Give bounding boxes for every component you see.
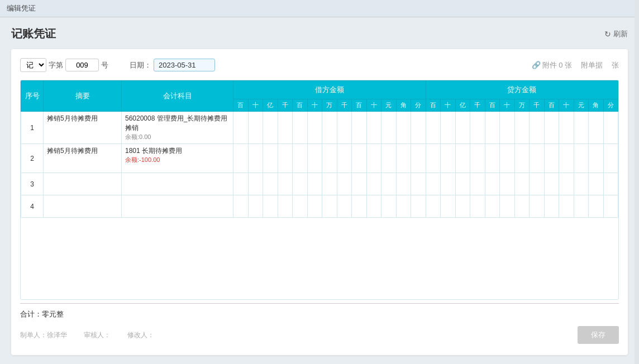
row-1-credit-2[interactable] xyxy=(455,144,470,173)
row-0-credit-7[interactable] xyxy=(530,112,545,144)
row-1-credit-7[interactable] xyxy=(530,144,545,173)
row-1-debit-11[interactable] xyxy=(396,144,411,173)
row-3-credit-6[interactable] xyxy=(514,195,530,218)
row-3-debit-4[interactable] xyxy=(293,195,308,218)
row-2-debit-7[interactable] xyxy=(337,173,352,195)
row-1-debit-5[interactable] xyxy=(307,144,322,173)
row-2-credit-3[interactable] xyxy=(470,173,485,195)
row-0-debit-3[interactable] xyxy=(278,112,293,144)
row-1-debit-7[interactable] xyxy=(337,144,352,173)
row-3-debit-7[interactable] xyxy=(337,195,352,218)
attach-link[interactable]: 🔗 附件 0 张 xyxy=(532,60,572,70)
row-summary-1[interactable]: 摊销5月待摊费用 xyxy=(44,144,122,173)
row-0-credit-5[interactable] xyxy=(500,112,515,144)
row-1-debit-0[interactable] xyxy=(233,144,249,173)
row-3-credit-9[interactable] xyxy=(559,195,574,218)
row-2-credit-8[interactable] xyxy=(544,173,559,195)
row-3-credit-4[interactable] xyxy=(485,195,500,218)
row-2-debit-10[interactable] xyxy=(382,173,397,195)
row-2-credit-7[interactable] xyxy=(530,173,545,195)
row-3-credit-2[interactable] xyxy=(455,195,470,218)
row-2-debit-0[interactable] xyxy=(233,173,249,195)
row-3-credit-8[interactable] xyxy=(544,195,559,218)
row-1-debit-9[interactable] xyxy=(366,144,382,173)
row-0-debit-4[interactable] xyxy=(293,112,308,144)
row-3-credit-3[interactable] xyxy=(470,195,485,218)
row-0-debit-11[interactable] xyxy=(396,112,411,144)
row-2-credit-1[interactable] xyxy=(441,173,456,195)
row-2-debit-8[interactable] xyxy=(352,173,367,195)
row-0-debit-10[interactable] xyxy=(382,112,397,144)
row-1-credit-0[interactable] xyxy=(426,144,441,173)
row-0-credit-11[interactable] xyxy=(589,112,604,144)
row-3-credit-11[interactable] xyxy=(589,195,604,218)
row-1-credit-12[interactable] xyxy=(603,144,618,173)
row-2-debit-1[interactable] xyxy=(248,173,263,195)
row-2-debit-5[interactable] xyxy=(307,173,322,195)
save-button[interactable]: 保存 xyxy=(578,326,619,344)
row-0-debit-6[interactable] xyxy=(322,112,337,144)
row-3-debit-11[interactable] xyxy=(396,195,411,218)
row-1-debit-8[interactable] xyxy=(352,144,367,173)
row-3-credit-0[interactable] xyxy=(426,195,441,218)
row-1-debit-12[interactable] xyxy=(411,144,426,173)
row-2-credit-6[interactable] xyxy=(514,173,530,195)
row-3-credit-1[interactable] xyxy=(441,195,456,218)
row-1-debit-1[interactable] xyxy=(248,144,263,173)
row-2-credit-10[interactable] xyxy=(574,173,589,195)
row-3-debit-5[interactable] xyxy=(307,195,322,218)
row-2-credit-11[interactable] xyxy=(589,173,604,195)
row-1-debit-4[interactable] xyxy=(293,144,308,173)
row-3-credit-12[interactable] xyxy=(603,195,618,218)
row-0-credit-2[interactable] xyxy=(455,112,470,144)
date-input[interactable] xyxy=(154,59,215,71)
row-0-credit-3[interactable] xyxy=(470,112,485,144)
row-3-credit-10[interactable] xyxy=(574,195,589,218)
row-2-credit-5[interactable] xyxy=(500,173,515,195)
row-1-credit-5[interactable] xyxy=(500,144,515,173)
row-1-debit-2[interactable] xyxy=(263,144,278,173)
row-2-debit-12[interactable] xyxy=(411,173,426,195)
row-summary-0[interactable]: 摊销5月待摊费用 xyxy=(44,112,122,144)
row-0-debit-2[interactable] xyxy=(263,112,278,144)
row-1-credit-9[interactable] xyxy=(559,144,574,173)
row-3-credit-7[interactable] xyxy=(530,195,545,218)
row-2-credit-2[interactable] xyxy=(455,173,470,195)
row-2-credit-4[interactable] xyxy=(485,173,500,195)
row-account-0[interactable]: 56020008 管理费用_长期待摊费用摊销余额:0.00 xyxy=(122,112,233,144)
row-1-credit-10[interactable] xyxy=(574,144,589,173)
row-3-debit-6[interactable] xyxy=(322,195,337,218)
row-2-credit-12[interactable] xyxy=(603,173,618,195)
row-2-debit-6[interactable] xyxy=(322,173,337,195)
row-1-debit-6[interactable] xyxy=(322,144,337,173)
row-1-credit-1[interactable] xyxy=(441,144,456,173)
row-0-credit-6[interactable] xyxy=(514,112,530,144)
row-0-credit-9[interactable] xyxy=(559,112,574,144)
row-1-debit-3[interactable] xyxy=(278,144,293,173)
row-0-credit-10[interactable] xyxy=(574,112,589,144)
row-account-1[interactable]: 1801 长期待摊费用余额:-100.00 xyxy=(122,144,233,173)
row-account-3[interactable] xyxy=(122,195,233,218)
row-3-debit-0[interactable] xyxy=(233,195,249,218)
row-2-debit-2[interactable] xyxy=(263,173,278,195)
row-3-debit-9[interactable] xyxy=(366,195,382,218)
row-1-credit-11[interactable] xyxy=(589,144,604,173)
row-0-debit-1[interactable] xyxy=(248,112,263,144)
row-3-debit-12[interactable] xyxy=(411,195,426,218)
row-2-credit-9[interactable] xyxy=(559,173,574,195)
row-2-debit-4[interactable] xyxy=(293,173,308,195)
row-0-debit-5[interactable] xyxy=(307,112,322,144)
row-1-credit-8[interactable] xyxy=(544,144,559,173)
row-0-debit-7[interactable] xyxy=(337,112,352,144)
voucher-number-input[interactable] xyxy=(65,59,99,71)
row-0-debit-0[interactable] xyxy=(233,112,249,144)
row-summary-2[interactable] xyxy=(44,173,122,195)
row-2-credit-0[interactable] xyxy=(426,173,441,195)
row-3-debit-3[interactable] xyxy=(278,195,293,218)
voucher-type-select[interactable]: 记 xyxy=(20,58,46,72)
row-1-debit-10[interactable] xyxy=(382,144,397,173)
row-0-credit-8[interactable] xyxy=(544,112,559,144)
row-0-credit-4[interactable] xyxy=(485,112,500,144)
row-1-credit-3[interactable] xyxy=(470,144,485,173)
row-3-debit-2[interactable] xyxy=(263,195,278,218)
